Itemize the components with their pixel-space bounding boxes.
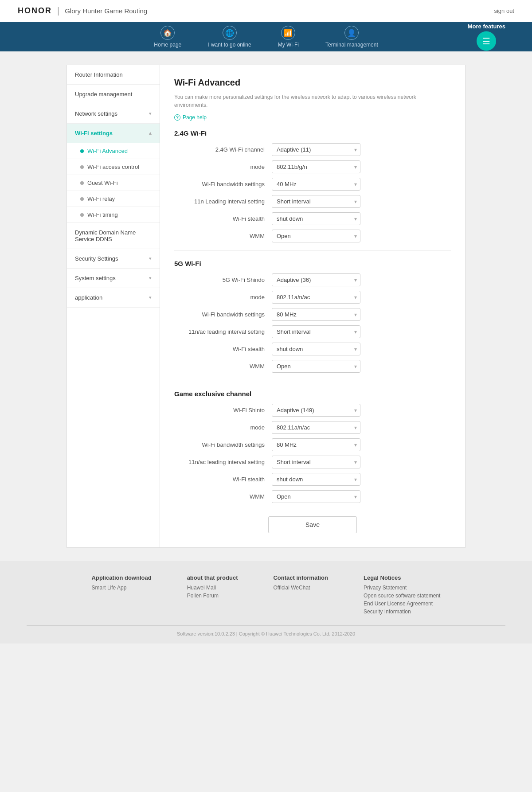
sidebar-security-label: Security Settings (75, 255, 118, 262)
sidebar-item-application[interactable]: application ▾ (67, 288, 160, 308)
label-game-mode: mode (174, 424, 272, 431)
nav-wifi[interactable]: 📶 My Wi-Fi (278, 26, 299, 48)
footer-link-security[interactable]: Security Information (364, 609, 440, 615)
page-help-label: Page help (183, 114, 207, 121)
select-5g-bandwidth[interactable]: 80 MHz (272, 308, 360, 321)
footer-link-wechat[interactable]: Official WeChat (273, 585, 328, 591)
select-game-mode[interactable]: 802.11a/n/ac (272, 421, 360, 434)
field-2g-bandwidth: Wi-Fi bandwidth settings 40 MHz (174, 178, 451, 191)
footer-link-opensource[interactable]: Open source software statement (364, 593, 440, 599)
sidebar-item-wifi-access[interactable]: Wi-Fi access control (67, 159, 160, 175)
field-game-stealth: Wi-Fi stealth shut down (174, 473, 451, 486)
sidebar-item-upgrade[interactable]: Upgrade management (67, 85, 160, 104)
sidebar-item-wifi-timing[interactable]: Wi-Fi timing (67, 207, 160, 223)
inactive-dot-icon-3 (80, 197, 84, 201)
page-title: Wi-Fi Advanced (174, 78, 451, 88)
main-layout: Router Information Upgrade management Ne… (66, 65, 466, 548)
content-area: Wi-Fi Advanced You can make more persona… (160, 65, 466, 548)
select-game-bandwidth[interactable]: 80 MHz (272, 438, 360, 451)
select-game-shinto[interactable]: Adaptive (149) (272, 404, 360, 417)
field-game-mode: mode 802.11a/n/ac (174, 421, 451, 434)
sidebar-item-network[interactable]: Network settings ▾ (67, 104, 160, 124)
sidebar-item-wifi-settings[interactable]: Wi-Fi settings ▴ (67, 124, 160, 143)
inactive-dot-icon-4 (80, 213, 84, 217)
nav-wifi-label: My Wi-Fi (278, 42, 299, 48)
sidebar-item-wifi-relay[interactable]: Wi-Fi relay (67, 191, 160, 207)
inactive-dot-icon-2 (80, 181, 84, 185)
select-game-stealth[interactable]: shut down (272, 473, 360, 486)
sidebar-item-guest-wifi[interactable]: Guest Wi-Fi (67, 175, 160, 191)
footer-link-pollen-forum[interactable]: Pollen Forum (187, 593, 238, 599)
sidebar-item-ddns[interactable]: Dynamic Domain Name Service DDNS (67, 223, 160, 249)
label-2g-stealth: Wi-Fi stealth (174, 215, 272, 222)
nav-more-button[interactable]: ☰ (477, 31, 496, 51)
sidebar-item-router-info[interactable]: Router Information (67, 65, 160, 85)
footer-copyright: Software version:10.0.2.23 | Copyright ©… (27, 625, 505, 636)
select-wrapper-game-shinto: Adaptive (149) (272, 404, 360, 417)
field-2g-channel: 2.4G Wi-Fi channel Adaptive (11) (174, 143, 451, 156)
chevron-down-icon: ▾ (149, 111, 152, 117)
select-game-interval[interactable]: Short interval (272, 456, 360, 468)
select-2g-mode[interactable]: 802.11b/g/n (272, 160, 360, 173)
footer-col-download: Application download Smart Life App (92, 574, 152, 616)
footer-col-legal-title: Legal Notices (364, 574, 440, 581)
select-wrapper-game-bandwidth: 80 MHz (272, 438, 360, 451)
label-2g-bandwidth: Wi-Fi bandwidth settings (174, 181, 272, 187)
select-2g-wmm[interactable]: Open (272, 230, 360, 242)
sidebar-item-security[interactable]: Security Settings ▾ (67, 249, 160, 269)
select-5g-wmm[interactable]: Open (272, 360, 360, 373)
nav-more[interactable]: More features ☰ (468, 23, 505, 51)
select-wrapper-2g-channel: Adaptive (11) (272, 143, 360, 156)
sidebar-wifi-advanced-label: Wi-Fi Advanced (87, 148, 128, 154)
select-wrapper-5g-interval: Short interval (272, 325, 360, 338)
chevron-down-icon-3: ▾ (149, 275, 152, 281)
brand: HONOR | Glory Hunter Game Routing (18, 6, 147, 16)
select-5g-mode[interactable]: 802.11a/n/ac (272, 291, 360, 304)
select-5g-stealth[interactable]: shut down (272, 343, 360, 355)
footer-col-contact-title: Contact information (273, 574, 328, 581)
footer-link-smart-life[interactable]: Smart Life App (92, 585, 152, 591)
field-game-shinto: Wi-Fi Shinto Adaptive (149) (174, 404, 451, 417)
footer-link-eula[interactable]: End User License Agreement (364, 601, 440, 607)
sidebar-wifi-settings-label: Wi-Fi settings (75, 130, 113, 137)
select-wrapper-2g-mode: 802.11b/g/n (272, 160, 360, 173)
field-2g-stealth: Wi-Fi stealth shut down (174, 212, 451, 225)
sidebar-upgrade-label: Upgrade management (75, 91, 132, 98)
field-2g-mode: mode 802.11b/g/n (174, 160, 451, 173)
nav-terminal[interactable]: 👤 Terminal management (325, 26, 378, 48)
footer-link-privacy[interactable]: Privacy Statement (364, 585, 440, 591)
select-5g-interval[interactable]: Short interval (272, 325, 360, 338)
select-2g-channel[interactable]: Adaptive (11) (272, 143, 360, 156)
select-5g-shindo[interactable]: Adaptive (36) (272, 273, 360, 286)
sidebar-item-wifi-advanced[interactable]: Wi-Fi Advanced (67, 143, 160, 159)
label-game-shinto: Wi-Fi Shinto (174, 407, 272, 414)
select-wrapper-game-wmm: Open (272, 490, 360, 503)
save-button[interactable]: Save (268, 516, 357, 533)
section-2g-title: 2.4G Wi-Fi (174, 129, 451, 137)
field-5g-wmm: WMM Open (174, 360, 451, 373)
page-description: You can make more personalized settings … (174, 93, 451, 109)
sidebar-item-system[interactable]: System settings ▾ (67, 269, 160, 288)
select-wrapper-game-interval: Short interval (272, 456, 360, 468)
select-2g-interval[interactable]: Short interval (272, 195, 360, 208)
header: HONOR | Glory Hunter Game Routing sign o… (0, 0, 532, 22)
select-game-wmm[interactable]: Open (272, 490, 360, 503)
field-5g-shindo: 5G Wi-Fi Shindo Adaptive (36) (174, 273, 451, 286)
select-wrapper-game-stealth: shut down (272, 473, 360, 486)
sidebar-wifi-relay-label: Wi-Fi relay (87, 195, 115, 202)
label-5g-interval: 11n/ac leading interval setting (174, 328, 272, 335)
field-5g-bandwidth: Wi-Fi bandwidth settings 80 MHz (174, 308, 451, 321)
nav-home[interactable]: 🏠 Home page (154, 26, 181, 48)
sign-out-link[interactable]: sign out (494, 8, 514, 14)
footer-link-huawei-mall[interactable]: Huawei Mall (187, 585, 238, 591)
select-wrapper-5g-wmm: Open (272, 360, 360, 373)
select-2g-stealth[interactable]: shut down (272, 212, 360, 225)
page-help-link[interactable]: ? Page help (174, 114, 451, 121)
select-wrapper-5g-stealth: shut down (272, 343, 360, 355)
wifi-icon: 📶 (281, 26, 295, 40)
select-2g-bandwidth[interactable]: 40 MHz (272, 178, 360, 191)
select-wrapper-2g-stealth: shut down (272, 212, 360, 225)
sidebar-guest-wifi-label: Guest Wi-Fi (87, 179, 118, 186)
footer-links: Application download Smart Life App abou… (27, 574, 505, 616)
nav-online[interactable]: 🌐 I want to go online (208, 26, 251, 48)
